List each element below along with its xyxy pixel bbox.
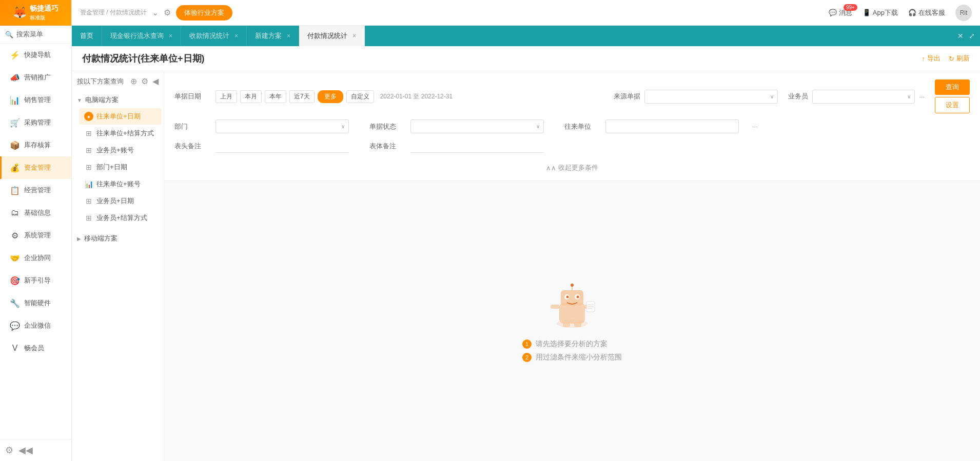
header-gear-icon[interactable]: ⚙: [164, 8, 171, 17]
staff-label: 业务员: [788, 92, 808, 101]
this-month-button[interactable]: 本月: [240, 90, 262, 103]
sidebar-item-enterprise[interactable]: 🤝 企业协同: [0, 247, 71, 269]
collapse-sidebar-button[interactable]: ◀◀: [18, 445, 33, 456]
sidebar-item-purchase[interactable]: 🛒 采购管理: [0, 111, 71, 134]
tab-new-plan[interactable]: 新建方案 ×: [247, 26, 299, 46]
plan-staff-settle[interactable]: ⊞ 业务员+结算方式: [79, 210, 162, 226]
filter-row-1: 单据日期 上月 本月 本年 近7天 更多 自定义 2022-01-01 至 20…: [174, 79, 970, 113]
mobile-arrow-icon: ▶: [77, 236, 81, 242]
sidebar-item-sales[interactable]: 📊 销售管理: [0, 89, 71, 111]
source-select-wrap: [644, 90, 778, 104]
tab-payment-close[interactable]: ×: [352, 32, 356, 39]
online-service-button[interactable]: 🎧 在线客服: [908, 8, 945, 17]
dept-select[interactable]: [215, 119, 349, 133]
tab-receipt-close[interactable]: ×: [234, 32, 238, 39]
expand-tab-button[interactable]: ⤢: [969, 32, 975, 40]
mobile-section-header[interactable]: ▶ 移动端方案: [72, 231, 164, 246]
service-icon: 🎧: [908, 9, 916, 16]
last-7-days-button[interactable]: 近7天: [289, 90, 315, 103]
header-note-input[interactable]: [215, 139, 349, 153]
breadcrumb: 资金管理 / 付款情况统计: [80, 8, 147, 17]
close-all-tabs-button[interactable]: ✕: [957, 32, 964, 40]
plan-staff-date[interactable]: ⊞ 业务员+日期: [79, 193, 162, 209]
more-date-button[interactable]: 更多: [318, 90, 343, 103]
counterpart-more-button[interactable]: ···: [752, 123, 758, 130]
export-icon: ↑: [922, 55, 926, 63]
staff-select[interactable]: [812, 90, 915, 104]
svg-rect-9: [551, 305, 560, 309]
plan-unit-account[interactable]: 📊 往来单位+账号: [79, 176, 162, 192]
sidebar-item-quick-nav[interactable]: ⚡ 快捷导航: [0, 44, 71, 66]
sidebar-item-label: 企业微信: [24, 321, 51, 330]
sidebar-item-label: 企业协同: [24, 253, 51, 263]
tab-bank-close[interactable]: ×: [169, 32, 172, 39]
settings-footer-button[interactable]: ⚙: [5, 445, 13, 456]
pc-section-header[interactable]: ▼ 电脑端方案: [72, 92, 164, 108]
plan-dept-date-label: 部门+日期: [96, 163, 127, 172]
body-note-label: 表体备注: [369, 142, 400, 151]
plan-unit-date[interactable]: ● 往来单位+日期: [79, 108, 162, 125]
tab-receipt[interactable]: 收款情况统计 ×: [181, 26, 247, 46]
sidebar-item-label: 快捷导航: [24, 50, 51, 59]
query-button[interactable]: 查询: [935, 79, 970, 95]
svg-point-6: [577, 296, 579, 298]
sidebar-item-inventory[interactable]: 📦 库存核算: [0, 134, 71, 156]
notifications-button[interactable]: 💬 消息 99+: [829, 8, 852, 17]
sidebar-item-label: 智能硬件: [24, 298, 51, 308]
sidebar-item-basic-info[interactable]: 🗂 基础信息: [0, 202, 71, 224]
sidebar-item-wechat[interactable]: 💬 企业微信: [0, 314, 71, 337]
sidebar-item-hardware[interactable]: 🔧 智能硬件: [0, 292, 71, 314]
last-month-button[interactable]: 上月: [215, 90, 237, 103]
counterpart-select[interactable]: [605, 119, 739, 133]
app-download-button[interactable]: 📱 App下载: [863, 8, 898, 17]
tab-bank[interactable]: 现金银行流水查询 ×: [102, 26, 181, 46]
notification-icon: 💬: [829, 9, 837, 16]
search-menu-button[interactable]: 🔍 搜索菜单: [5, 30, 66, 39]
tab-home[interactable]: 首页: [72, 26, 102, 46]
tab-new-plan-close[interactable]: ×: [287, 32, 290, 39]
sidebar-item-member[interactable]: V 畅会员: [0, 337, 71, 359]
plan-staff-date-icon: ⊞: [84, 196, 93, 206]
body-note-input[interactable]: [410, 139, 544, 153]
sidebar-item-label: 资金管理: [24, 163, 51, 172]
sidebar-item-operations[interactable]: 📋 经营管理: [0, 179, 71, 202]
sidebar-nav: ⚡ 快捷导航 📣 营销推广 📊 销售管理 🛒 采购管理 📦 库存核算 💰 资金管…: [0, 44, 71, 439]
plan-unit-settle[interactable]: ⊞ 往来单位+结算方式: [79, 125, 162, 142]
plan-staff-account[interactable]: ⊞ 业务员+账号: [79, 142, 162, 158]
refresh-button[interactable]: ↻ 刷新: [949, 54, 970, 63]
sidebar-item-guide[interactable]: 🎯 新手引导: [0, 269, 71, 292]
plan-dept-date[interactable]: ⊞ 部门+日期: [79, 159, 162, 175]
staff-more-button[interactable]: ···: [919, 93, 925, 101]
empty-text: 1 请先选择要分析的方案 2 用过滤条件来缩小分析范围: [522, 339, 622, 362]
dept-select-wrap: [215, 119, 349, 133]
sidebar-item-system[interactable]: ⚙ 系统管理: [0, 224, 71, 247]
tab-payment[interactable]: 付款情况统计 ×: [299, 26, 365, 46]
this-year-button[interactable]: 本年: [265, 90, 286, 103]
phone-icon: 📱: [863, 9, 871, 16]
plan-unit-date-label: 往来单位+日期: [96, 112, 141, 121]
filter-row-2: 部门 单据状态 往来单位: [174, 119, 970, 133]
collapse-more-button[interactable]: ∧∧ 收起更多条件: [546, 163, 598, 172]
collapse-label: 收起更多条件: [558, 163, 598, 172]
export-button[interactable]: ↑ 导出: [922, 54, 941, 63]
plan-settings-button[interactable]: ⚙: [141, 76, 148, 86]
source-select[interactable]: [644, 90, 778, 104]
tab-bar-actions: ✕ ⤢: [952, 26, 980, 46]
custom-date-button[interactable]: 自定义: [346, 90, 374, 103]
add-plan-button[interactable]: ⊕: [130, 76, 137, 86]
sidebar-item-marketing[interactable]: 📣 营销推广: [0, 66, 71, 89]
plan-staff-settle-icon: ⊞: [84, 213, 93, 223]
collapse-panel-button[interactable]: ◀: [152, 76, 159, 86]
try-industry-button[interactable]: 体验行业方案: [176, 5, 232, 21]
doc-status-select[interactable]: [410, 119, 544, 133]
doc-status-label: 单据状态: [369, 122, 400, 131]
filter-settings-button[interactable]: 设置: [935, 97, 970, 113]
empty-robot-icon: [541, 280, 603, 331]
sidebar-search-section[interactable]: 🔍 搜索菜单: [0, 26, 71, 44]
header-settings-icon[interactable]: ⌄: [152, 8, 159, 17]
sidebar-item-finance[interactable]: 💰 资金管理: [0, 156, 71, 179]
dept-label: 部门: [174, 122, 205, 131]
search-menu-label: 搜索菜单: [16, 30, 43, 39]
user-avatar[interactable]: Rit: [955, 5, 972, 21]
sidebar-item-label: 基础信息: [24, 208, 51, 217]
